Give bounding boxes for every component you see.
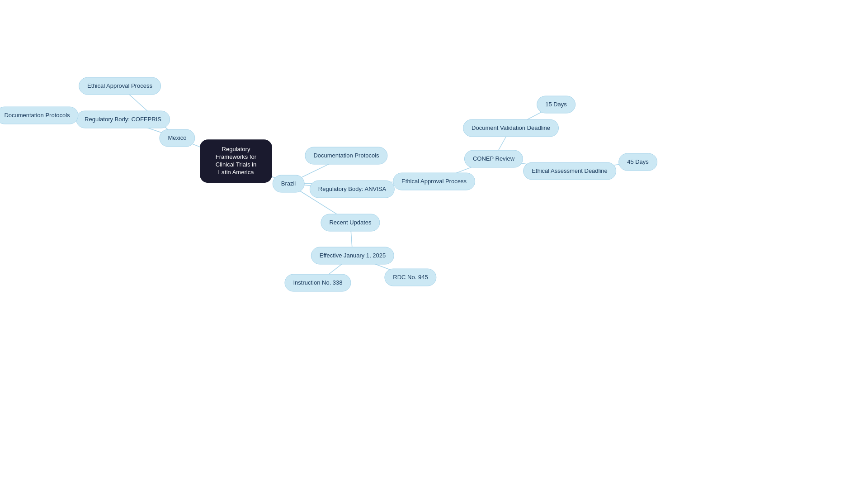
node-conep_review[interactable]: CONEP Review (464, 150, 523, 168)
node-mexico[interactable]: Mexico (159, 129, 195, 147)
node-ethical_assessment[interactable]: Ethical Assessment Deadline (523, 162, 616, 180)
node-effective_jan[interactable]: Effective January 1, 2025 (311, 247, 394, 265)
node-center[interactable]: Regulatory Frameworks for Clinical Trial… (200, 139, 272, 183)
node-doc_validation[interactable]: Document Validation Deadline (463, 119, 559, 137)
node-rdc_945[interactable]: RDC No. 945 (384, 269, 436, 286)
node-brazil[interactable]: Brazil (273, 175, 305, 193)
node-ethical_approval_brazil[interactable]: Ethical Approval Process (393, 173, 475, 190)
mindmap-canvas: Regulatory Frameworks for Clinical Trial… (0, 0, 868, 490)
node-days_15[interactable]: 15 Days (537, 96, 576, 114)
node-regulatory_cofepris[interactable]: Regulatory Body: COFEPRIS (76, 111, 170, 128)
connection-lines (0, 0, 868, 490)
node-instruction_338[interactable]: Instruction No. 338 (284, 274, 351, 292)
node-documentation_protocols_brazil[interactable]: Documentation Protocols (305, 147, 387, 165)
node-ethical_approval_mexico[interactable]: Ethical Approval Process (79, 77, 161, 95)
node-days_45[interactable]: 45 Days (618, 153, 657, 171)
node-recent_updates[interactable]: Recent Updates (321, 214, 380, 232)
node-documentation_protocols_mexico[interactable]: Documentation Protocols (0, 107, 79, 124)
node-regulatory_anvisa[interactable]: Regulatory Body: ANVISA (310, 181, 395, 198)
